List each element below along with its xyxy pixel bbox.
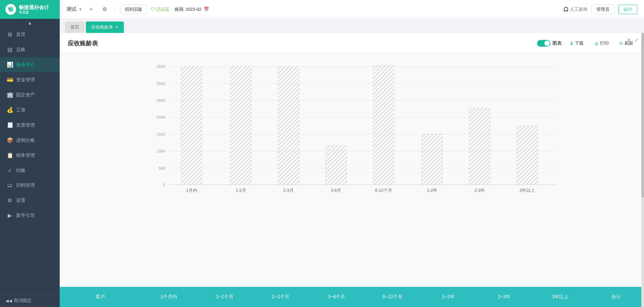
print-btn[interactable]: 🖨 打印 — [592, 39, 611, 48]
sidebar-item-funds[interactable]: 💳资金管理 — [0, 72, 60, 87]
table-header-cell-3: 2~3个月 — [253, 294, 309, 300]
table-header-cell-5: 6~12个月 — [365, 294, 421, 300]
sidebar-item-settings[interactable]: ⚙设置 — [0, 193, 60, 208]
workspace-selector[interactable]: 测试 ▼ — [66, 6, 83, 12]
sidebar-icon-settings: ⚙ — [7, 197, 13, 204]
sidebar-nav: ⊞首页▤总账📊报表中心💳资金管理🏢固定资产💰工资🧾发票管理📦进销台账📋税务管理✓… — [0, 27, 60, 294]
tab-receivable[interactable]: 应收账龄表 ✕ — [86, 21, 124, 33]
sidebar-icon-inventory: 📦 — [7, 137, 13, 143]
svg-rect-17 — [181, 67, 202, 185]
tab-receivable-label: 应收账龄表 — [91, 24, 113, 30]
svg-text:2000: 2000 — [157, 115, 165, 119]
sidebar-label-assets: 固定资产 — [16, 92, 35, 98]
page-content: 应收账龄表 图表 ⬇ 下载 🖨 打印 — [60, 33, 644, 307]
download-label: 下载 — [575, 40, 584, 46]
sidebar: 畅 畅捷通好会计 专业版 ▲ ⊞首页▤总账📊报表中心💳资金管理🏢固定资产💰工资🧾… — [0, 0, 60, 307]
add-workspace-btn[interactable]: ＋ — [87, 5, 96, 14]
topbar-right: 🎧 人工咨询 管理员 会计 — [563, 5, 637, 14]
sidebar-icon-funds: 💳 — [7, 77, 13, 83]
expand-btn[interactable]: ⤢ — [634, 37, 639, 43]
svg-text:2-3年: 2-3年 — [475, 188, 485, 193]
scroll-up-btn[interactable]: ▲ — [28, 20, 32, 26]
sidebar-label-home: 首页 — [16, 32, 25, 38]
settings-icon[interactable]: ⚙ — [100, 5, 109, 14]
table-header-cell-4: 3~6个月 — [309, 294, 365, 300]
period-label: 账期 — [175, 6, 183, 12]
sidebar-label-funds: 资金管理 — [16, 77, 35, 83]
refresh-icon: ↻ — [620, 41, 623, 46]
divider — [115, 6, 115, 13]
sidebar-label-ledger: 总账 — [16, 47, 25, 53]
page-actions: 图表 ⬇ 下载 🖨 打印 ↻ 刷新 — [537, 39, 636, 48]
sidebar-item-assets[interactable]: 🏢固定资产 — [0, 87, 60, 102]
table-header-cell-8: 3年以上 — [532, 294, 588, 300]
svg-rect-22 — [422, 134, 443, 185]
logo-icon: 畅 — [5, 4, 16, 15]
switch-version-btn[interactable]: 切到旧版 — [120, 5, 147, 14]
certified-label: 已认证 — [156, 6, 169, 12]
sidebar-label-inventory: 进销台账 — [16, 137, 35, 143]
sidebar-icon-reports: 📊 — [7, 61, 13, 68]
sidebar-item-reports[interactable]: 📊报表中心 — [0, 57, 60, 72]
sidebar-item-archive[interactable]: 🗂归档管理 — [0, 178, 60, 193]
chart-toggle[interactable]: 图表 — [537, 40, 562, 47]
close-panel-btn[interactable]: ✕ — [627, 37, 631, 43]
role-btn[interactable]: 会计 — [619, 5, 637, 14]
svg-text:2500: 2500 — [157, 98, 165, 102]
admin-btn[interactable]: 管理员 — [591, 5, 614, 14]
bar-chart: 2500 2500 2500 2000 1500 1000 500 0 — [68, 59, 636, 201]
sidebar-icon-closing: ✓ — [7, 167, 13, 174]
sidebar-label-reports: 报表中心 — [16, 62, 35, 68]
sidebar-label-archive: 归档管理 — [16, 182, 35, 188]
consult-btn[interactable]: 🎧 人工咨询 — [563, 6, 587, 12]
print-icon: 🖨 — [594, 41, 599, 46]
svg-rect-21 — [373, 65, 394, 185]
tab-bar: 首页 应收账龄表 ✕ — [60, 19, 644, 33]
tab-home[interactable]: 首页 — [65, 21, 85, 33]
sidebar-item-closing[interactable]: ✓结账 — [0, 163, 60, 178]
sidebar-label-salary: 工资 — [16, 107, 25, 113]
tab-close-icon[interactable]: ✕ — [115, 25, 118, 30]
logo-text: 畅捷通好会计 专业版 — [19, 4, 49, 14]
svg-text:1000: 1000 — [157, 149, 165, 153]
sidebar-item-tax[interactable]: 📋税务管理 — [0, 148, 60, 163]
svg-text:6-12个月: 6-12个月 — [375, 188, 392, 193]
chart-area: 2500 2500 2500 2000 1500 1000 500 0 — [60, 53, 644, 287]
sidebar-scroll-up[interactable]: ▲ — [0, 19, 60, 27]
sidebar-icon-guide: ▶ — [7, 212, 13, 219]
scrollbar[interactable] — [641, 33, 644, 307]
calendar-icon: 📅 — [204, 7, 209, 12]
download-btn[interactable]: ⬇ 下载 — [567, 39, 586, 48]
shield-icon: 🛡 — [151, 7, 155, 12]
scrollbar-thumb[interactable] — [641, 33, 644, 198]
sidebar-icon-salary: 💰 — [7, 107, 13, 113]
sidebar-label-tax: 税务管理 — [16, 152, 35, 159]
sidebar-item-invoice[interactable]: 🧾发票管理 — [0, 118, 60, 133]
table-header-cell-2: 1~2个月 — [197, 294, 253, 300]
cancel-fixed-btn[interactable]: ◀◀ 取消固定 — [0, 294, 60, 307]
sidebar-icon-invoice: 🧾 — [7, 122, 13, 128]
toggle-track[interactable] — [537, 40, 550, 47]
chart-label: 图表 — [552, 40, 562, 46]
table-header-cell-0: 客户 — [60, 294, 141, 300]
period-selector[interactable]: 账期 2023-02 📅 — [175, 6, 209, 12]
sidebar-icon-tax: 📋 — [7, 152, 13, 159]
sidebar-item-salary[interactable]: 💰工资 — [0, 102, 60, 118]
table-header-cell-1: 1个月内 — [141, 294, 197, 300]
logo: 畅 畅捷通好会计 专业版 — [0, 0, 60, 19]
sidebar-icon-home: ⊞ — [7, 31, 13, 38]
sidebar-icon-ledger: ▤ — [7, 46, 13, 53]
svg-text:500: 500 — [159, 166, 165, 170]
tab-home-label: 首页 — [70, 24, 79, 30]
pin-icon: ◀◀ — [5, 298, 12, 303]
cancel-fixed-label: 取消固定 — [14, 298, 32, 304]
consult-label: 人工咨询 — [570, 6, 587, 12]
svg-rect-20 — [325, 145, 346, 185]
sidebar-item-guide[interactable]: ▶新手引导 — [0, 208, 60, 223]
svg-text:1-2年: 1-2年 — [427, 188, 437, 193]
sidebar-item-inventory[interactable]: 📦进销台账 — [0, 133, 60, 148]
svg-rect-18 — [230, 67, 252, 185]
period-value: 2023-02 — [185, 7, 202, 12]
sidebar-item-ledger[interactable]: ▤总账 — [0, 42, 60, 57]
sidebar-item-home[interactable]: ⊞首页 — [0, 27, 60, 42]
